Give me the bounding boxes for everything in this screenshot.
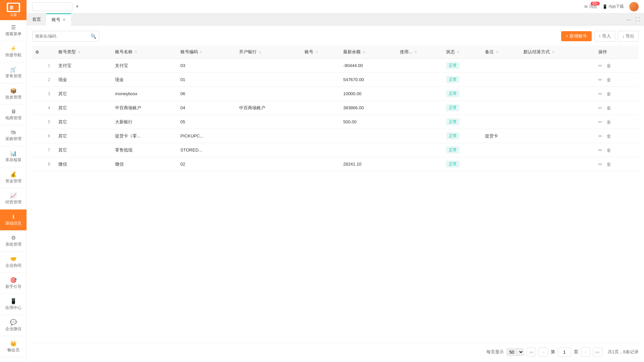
sidebar-item-corp-agreement[interactable]: 🤝 企业协同 xyxy=(0,252,26,273)
app-download-button[interactable]: 📱 App下载 xyxy=(602,4,624,9)
sort-bank-icon[interactable]: ⇅ xyxy=(259,50,261,54)
edit-button[interactable]: ✏ xyxy=(598,91,602,97)
sort-account-icon[interactable]: ⇅ xyxy=(315,50,318,54)
delete-button[interactable]: 🗑 xyxy=(606,77,611,82)
tab-account-label: 账号 xyxy=(52,17,60,23)
status-badge: 正常 xyxy=(446,62,460,69)
row-bank xyxy=(236,115,302,129)
sidebar-item-sys-mgmt[interactable]: ⚙ 系统管理 xyxy=(0,231,26,252)
fund-mgmt-icon: 💰 xyxy=(10,171,17,178)
sidebar-item-member[interactable]: 👑 畅会员 xyxy=(0,336,26,357)
header-search-input[interactable] xyxy=(32,2,72,11)
edit-button[interactable]: ✏ xyxy=(598,162,602,167)
row-usage xyxy=(397,73,443,87)
tab-bar-actions: — ⛶ xyxy=(625,16,644,23)
tab-minimize-icon[interactable]: — xyxy=(625,16,633,23)
sidebar: 鹿 乐鹿 ☰ 搜索菜单 ⚡ 快捷导航 🛒 零售管理 📦 批发管理 🖥 电商管理 … xyxy=(0,0,27,362)
sidebar-item-label: 应用中心 xyxy=(5,305,21,311)
sidebar-item-quick-nav[interactable]: ⚡ 快捷导航 xyxy=(0,41,26,62)
sidebar-item-basic-info[interactable]: ℹ 基础信息 xyxy=(0,209,26,231)
row-bank xyxy=(236,129,302,143)
delete-button[interactable]: 🗑 xyxy=(606,91,611,97)
sort-usage-icon[interactable]: ⇅ xyxy=(414,50,417,54)
sidebar-item-search-menu[interactable]: ☰ 搜索菜单 xyxy=(0,20,26,41)
settings-icon[interactable]: ⚙ xyxy=(35,50,39,55)
row-code: 04 xyxy=(178,101,236,115)
row-code: 03 xyxy=(178,59,236,73)
edit-button[interactable]: ✏ xyxy=(598,63,602,68)
row-type: 其它 xyxy=(56,87,112,101)
quick-nav-icon: ⚡ xyxy=(10,45,17,52)
last-page-button[interactable]: ⏭ xyxy=(593,347,602,357)
sort-balance-icon[interactable]: ⇅ xyxy=(363,50,365,54)
import-button[interactable]: ↑ 导入 xyxy=(594,31,615,42)
col-usage: 使用... ⇅ xyxy=(397,46,443,59)
edit-button[interactable]: ✏ xyxy=(598,77,602,82)
export-button[interactable]: ↓ 导出 xyxy=(618,31,639,42)
dropdown-arrow-icon[interactable]: ▼ xyxy=(75,4,79,9)
sidebar-item-retail-mgmt[interactable]: 🛒 零售管理 xyxy=(0,62,26,83)
tab-account[interactable]: 账号 ✕ xyxy=(46,13,71,25)
status-badge: 正常 xyxy=(446,90,460,97)
sidebar-item-new-guide[interactable]: 🎯 新手引导 xyxy=(0,273,26,294)
sort-remark-icon[interactable]: ⇅ xyxy=(496,50,498,54)
sort-code-icon[interactable]: ⇅ xyxy=(200,50,202,54)
row-account xyxy=(302,129,340,143)
delete-button[interactable]: 🗑 xyxy=(606,162,611,167)
row-action: ✏ 🗑 xyxy=(596,73,639,87)
sidebar-item-inventory[interactable]: 📊 库存核算 xyxy=(0,146,26,167)
delete-button[interactable]: 🗑 xyxy=(606,63,611,68)
sort-settle-icon[interactable]: ⇅ xyxy=(552,50,554,54)
sidebar-item-corp-wechat[interactable]: 💬 企业微信 xyxy=(0,315,26,336)
search-wrap: 🔍 xyxy=(32,31,99,42)
sort-name-icon[interactable]: ⇅ xyxy=(135,50,137,54)
edit-button[interactable]: ✏ xyxy=(598,147,602,153)
row-num: 7 xyxy=(42,143,56,157)
row-balance xyxy=(340,143,397,157)
add-account-button[interactable]: + 新增账号 xyxy=(561,31,592,41)
sidebar-item-ecom-mgmt[interactable]: 🖥 电商管理 xyxy=(0,105,26,125)
ops-mgmt-icon: 📈 xyxy=(10,192,17,199)
sidebar-item-label: 基础信息 xyxy=(5,221,21,226)
sidebar-item-fund-mgmt[interactable]: 💰 资金管理 xyxy=(0,167,26,188)
page-size-select[interactable]: 50 20 100 xyxy=(506,348,524,356)
row-code: STORED... xyxy=(178,143,236,157)
search-input[interactable] xyxy=(35,34,91,39)
avatar[interactable] xyxy=(629,2,639,11)
sidebar-item-wholesale-mgmt[interactable]: 📦 批发管理 xyxy=(0,83,26,105)
tab-home[interactable]: 首页 xyxy=(27,13,46,25)
row-code: 01 xyxy=(178,73,236,87)
prev-page-button[interactable]: ‹ xyxy=(539,347,548,357)
row-num: 4 xyxy=(42,101,56,115)
status-badge: 正常 xyxy=(446,104,460,111)
next-page-button[interactable]: › xyxy=(581,347,590,357)
search-icon: 🔍 xyxy=(91,34,96,39)
tab-close-icon[interactable]: ✕ xyxy=(62,17,66,22)
sort-type-icon[interactable]: ⇅ xyxy=(78,50,80,54)
sidebar-item-purchase-mgmt[interactable]: 🛍 采购管理 xyxy=(0,125,26,146)
delete-button[interactable]: 🗑 xyxy=(606,133,611,139)
sidebar-item-label: 采购管理 xyxy=(5,136,21,142)
sidebar-item-ops-mgmt[interactable]: 📈 经营管理 xyxy=(0,188,26,209)
row-remark xyxy=(482,115,521,129)
sidebar-item-app-center[interactable]: 📱 应用中心 xyxy=(0,294,26,315)
edit-button[interactable]: ✏ xyxy=(598,119,602,125)
delete-button[interactable]: 🗑 xyxy=(606,147,611,153)
first-page-button[interactable]: ⏮ xyxy=(527,347,536,357)
table-row: 6 其它 提货卡（零... PICKUPC... 正常 提货卡 ✏ 🗑 xyxy=(32,129,639,143)
row-usage xyxy=(397,87,443,101)
toolbar: 🔍 + 新增账号 ↑ 导入 ↓ 导出 xyxy=(32,31,639,42)
search-menu-icon: ☰ xyxy=(11,24,16,31)
msg-button[interactable]: ✉ 消息 99+ xyxy=(584,4,597,9)
row-name: 提货卡（零... xyxy=(112,129,178,143)
tab-maximize-icon[interactable]: ⛶ xyxy=(634,16,641,23)
edit-button[interactable]: ✏ xyxy=(598,133,602,139)
delete-button[interactable]: 🗑 xyxy=(606,119,611,125)
edit-button[interactable]: ✏ xyxy=(598,105,602,111)
accounts-table: ⚙ 账号类型 ⇅ 账号名称 ⇅ 账号编码 ⇅ xyxy=(32,46,639,171)
toolbar-right: + 新增账号 ↑ 导入 ↓ 导出 xyxy=(561,31,639,42)
page-input[interactable] xyxy=(558,347,571,357)
sort-status-icon[interactable]: ⇅ xyxy=(457,50,460,54)
row-code: PICKUPC... xyxy=(178,129,236,143)
delete-button[interactable]: 🗑 xyxy=(606,105,611,111)
